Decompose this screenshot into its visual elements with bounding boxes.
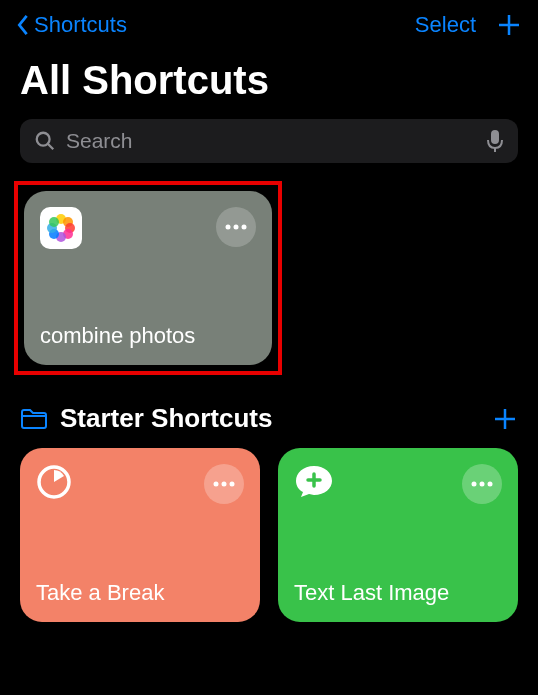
svg-point-22 [222,482,227,487]
svg-line-3 [48,144,54,150]
more-button[interactable] [462,464,502,504]
photos-app-icon [40,207,82,249]
svg-point-14 [226,225,231,230]
timer-icon [36,464,72,500]
svg-point-13 [49,217,59,227]
plus-icon[interactable] [496,12,522,38]
svg-point-2 [37,133,50,146]
chevron-left-icon [16,14,30,36]
section-header: Starter Shortcuts [0,395,538,448]
shortcut-card-text-last-image[interactable]: Text Last Image [278,448,518,622]
highlight-annotation: combine photos [14,181,282,375]
photos-flower-icon [46,213,76,243]
svg-point-23 [230,482,235,487]
svg-point-16 [242,225,247,230]
svg-point-15 [234,225,239,230]
navigation-bar: Shortcuts Select [0,0,538,46]
shortcut-card-take-a-break[interactable]: Take a Break [20,448,260,622]
ellipsis-icon [471,481,493,487]
more-button[interactable] [216,207,256,247]
shortcut-title: Text Last Image [294,580,502,606]
more-button[interactable] [204,464,244,504]
mic-icon[interactable] [486,129,504,153]
svg-point-26 [472,482,477,487]
nav-actions: Select [415,12,522,38]
ellipsis-icon [213,481,235,487]
ellipsis-icon [225,224,247,230]
svg-point-28 [488,482,493,487]
starter-shortcuts-row: Take a Break Text Last Image [0,448,538,622]
message-plus-icon [294,464,334,500]
svg-rect-4 [491,130,499,144]
folder-icon [20,407,48,431]
add-shortcut-icon[interactable] [492,406,518,432]
search-input[interactable] [66,129,476,153]
back-button[interactable]: Shortcuts [16,12,127,38]
select-button[interactable]: Select [415,12,476,38]
shortcut-card-combine-photos[interactable]: combine photos [24,191,272,365]
search-icon [34,130,56,152]
back-label: Shortcuts [34,12,127,38]
page-title: All Shortcuts [0,46,538,119]
svg-point-21 [214,482,219,487]
shortcut-title: Take a Break [36,580,244,606]
section-title: Starter Shortcuts [60,403,272,434]
search-bar[interactable] [20,119,518,163]
svg-point-27 [480,482,485,487]
shortcut-title: combine photos [40,323,256,349]
